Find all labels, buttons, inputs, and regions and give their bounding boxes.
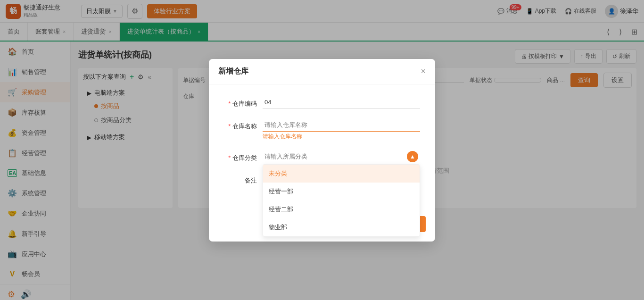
modal-overlay: 新增仓库 × 仓库编码 仓库名称 请输入仓库名称 仓库分类: [0, 0, 644, 300]
category-label: 仓库分类: [224, 150, 257, 162]
name-input-wrap: 请输入仓库名称: [263, 118, 420, 141]
dropdown-item-dept1[interactable]: 经营一部: [263, 183, 420, 200]
code-input-wrap: [263, 96, 420, 109]
code-row: 仓库编码: [224, 96, 420, 109]
name-error-msg: 请输入仓库名称: [263, 133, 420, 141]
code-label: 仓库编码: [224, 96, 257, 108]
name-row: 仓库名称 请输入仓库名称: [224, 118, 420, 141]
modal-body: 仓库编码 仓库名称 请输入仓库名称 仓库分类 ▲: [209, 84, 435, 210]
name-label: 仓库名称: [224, 118, 257, 131]
category-input[interactable]: [263, 150, 420, 163]
notes-label: 备注: [224, 173, 257, 185]
category-row: 仓库分类 ▲ 未分类 经营一部 经营二部 物业部: [224, 150, 420, 163]
dropdown-item-property[interactable]: 物业部: [263, 218, 420, 236]
modal-header: 新增仓库 ×: [209, 59, 435, 84]
category-dropdown: 未分类 经营一部 经营二部 物业部: [263, 164, 420, 237]
code-input[interactable]: [263, 96, 420, 109]
category-dropdown-toggle[interactable]: ▲: [407, 151, 418, 162]
name-input[interactable]: [263, 118, 420, 132]
dropdown-item-unclassified[interactable]: 未分类: [263, 165, 420, 183]
chevron-up-icon: ▲: [410, 153, 415, 160]
modal-close-button[interactable]: ×: [421, 67, 426, 76]
category-input-wrap: ▲ 未分类 经营一部 经营二部 物业部: [263, 150, 420, 163]
dropdown-item-dept2[interactable]: 经营二部: [263, 200, 420, 218]
new-warehouse-modal: 新增仓库 × 仓库编码 仓库名称 请输入仓库名称 仓库分类: [209, 59, 435, 242]
modal-title: 新增仓库: [218, 67, 248, 76]
